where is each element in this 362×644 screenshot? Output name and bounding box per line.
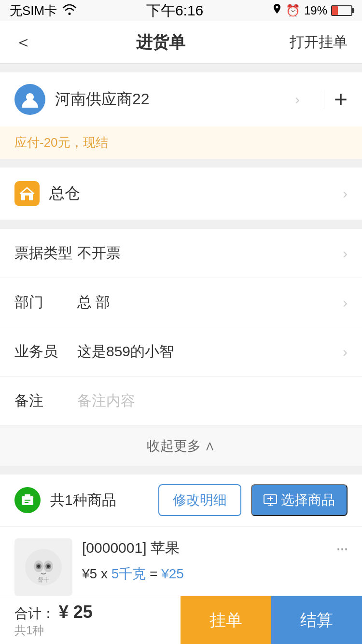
invoice-type-row[interactable]: 票据类型 不开票 ›: [0, 229, 362, 278]
department-chevron-icon: ›: [343, 294, 348, 311]
divider-1: [0, 64, 362, 72]
battery-percent: 19%: [304, 4, 327, 17]
wifi-icon: [62, 3, 77, 18]
add-supplier-button[interactable]: +: [334, 88, 348, 111]
form-card: 票据类型 不开票 › 部门 总 部 › 业务员 这是859的小智 › 备注 备注…: [0, 229, 362, 466]
supplier-avatar: [14, 84, 45, 115]
department-label: 部门: [14, 293, 77, 312]
status-right: ⏰ 19%: [272, 4, 352, 17]
products-header: 共1种商品 修改明细 选择商品: [0, 475, 362, 526]
status-time: 下午6:16: [146, 1, 203, 21]
product-info: [0000001] 苹果 ¥5 x 5千克 = ¥25: [82, 538, 326, 583]
total-amount: ¥ 25: [59, 602, 93, 622]
product-price: ¥5 x 5千克 = ¥25: [82, 565, 326, 583]
salesperson-value: 这是859的小智: [77, 342, 338, 362]
products-count-text: 共1种商品: [50, 490, 149, 510]
warehouse-icon-bg: [14, 181, 40, 206]
svg-rect-4: [25, 494, 30, 497]
warehouse-name: 总仓: [49, 183, 343, 204]
department-row[interactable]: 部门 总 部 ›: [0, 278, 362, 327]
total-label: 合计：: [14, 606, 55, 621]
supplier-chevron-icon: ›: [295, 91, 300, 108]
total-row: 合计： ¥ 25: [14, 602, 166, 623]
salesperson-row[interactable]: 业务员 这是859的小智 ›: [0, 327, 362, 377]
supplier-name: 河南供应商22: [55, 89, 295, 110]
vertical-divider: [324, 90, 324, 109]
status-bar: 无SIM卡 下午6:16 ⏰ 19%: [0, 0, 362, 21]
supplier-row[interactable]: 河南供应商22 › +: [0, 72, 362, 126]
back-button[interactable]: ＜: [14, 30, 32, 54]
product-quantity: 5千克: [111, 566, 146, 581]
carrier-text: 无SIM卡: [10, 2, 57, 19]
invoice-type-chevron-icon: ›: [343, 245, 348, 262]
invoice-type-label: 票据类型: [14, 243, 77, 263]
remark-label: 备注: [14, 391, 77, 411]
collapse-label: 收起更多 ∧: [147, 438, 216, 453]
collapse-toggle[interactable]: 收起更多 ∧: [0, 426, 362, 466]
salesperson-label: 业务员: [14, 342, 77, 362]
battery-icon: [331, 5, 352, 16]
total-count: 共1种: [14, 623, 166, 638]
bottom-bar: 合计： ¥ 25 共1种 挂单 结算: [0, 596, 362, 644]
open-pending-button[interactable]: 打开挂单: [290, 32, 348, 52]
salesperson-chevron-icon: ›: [343, 344, 348, 360]
product-name: [0000001] 苹果: [82, 538, 326, 558]
warehouse-row[interactable]: 总仓 ›: [0, 168, 362, 220]
hang-button[interactable]: 挂单: [181, 596, 271, 644]
nav-bar: ＜ 进货单 打开挂单: [0, 21, 362, 64]
remark-row[interactable]: 备注 备注内容: [0, 377, 362, 426]
status-left: 无SIM卡: [10, 2, 77, 19]
products-icon: [14, 487, 41, 513]
checkout-button[interactable]: 结算: [271, 596, 362, 644]
svg-rect-2: [25, 196, 29, 200]
notice-banner: 应付-20元，现结: [0, 126, 362, 159]
total-section: 合计： ¥ 25 共1种: [0, 602, 181, 638]
department-value: 总 部: [77, 293, 338, 312]
svg-point-18: [47, 565, 50, 568]
divider-2: [0, 159, 362, 168]
product-thumbnail: 督十: [14, 538, 72, 596]
product-more-button[interactable]: ···: [336, 538, 348, 559]
remark-input[interactable]: 备注内容: [77, 391, 348, 411]
location-icon: [272, 4, 282, 17]
svg-text:督十: 督十: [38, 576, 49, 583]
warehouse-chevron-icon: ›: [343, 185, 348, 202]
divider-3: [0, 220, 362, 229]
product-total: ¥25: [161, 566, 184, 581]
svg-point-17: [37, 565, 40, 568]
alarm-icon: ⏰: [286, 4, 300, 17]
edit-detail-button[interactable]: 修改明细: [158, 484, 241, 516]
select-product-button[interactable]: 选择商品: [251, 484, 348, 516]
supplier-card: 河南供应商22 › + 应付-20元，现结: [0, 72, 362, 159]
invoice-type-value: 不开票: [77, 243, 338, 263]
warehouse-card: 总仓 ›: [0, 168, 362, 220]
notice-text: 应付-20元，现结: [14, 135, 108, 150]
page-title: 进货单: [136, 31, 185, 54]
